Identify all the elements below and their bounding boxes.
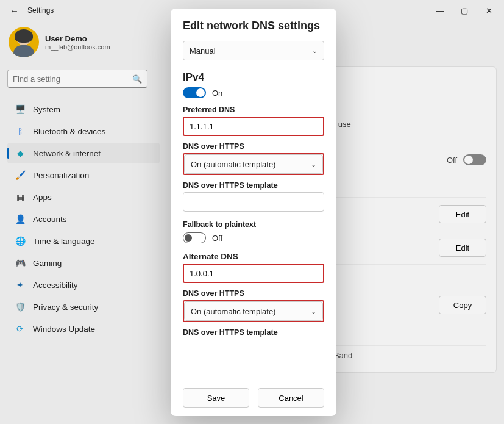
fallback-toggle[interactable]: [183, 232, 206, 243]
ipv4-toggle[interactable]: [183, 87, 206, 98]
chevron-down-icon: ⌄: [311, 160, 316, 168]
label: Fallback to plaintext: [183, 220, 324, 229]
chevron-down-icon: ⌄: [311, 307, 316, 315]
toggle-label: Off: [212, 234, 222, 243]
select-value: Manual: [190, 46, 216, 56]
doh-template-input[interactable]: [183, 192, 324, 212]
doh-select[interactable]: On (automatic template) ⌄: [184, 154, 323, 174]
toggle-label: On: [212, 88, 222, 98]
select-value: On (automatic template): [191, 160, 275, 169]
label: DNS over HTTPS template: [183, 181, 324, 190]
label: DNS over HTTPS template: [183, 328, 324, 337]
cancel-button[interactable]: Cancel: [258, 388, 324, 408]
label: Preferred DNS: [183, 106, 324, 114]
label: DNS over HTTPS: [183, 142, 324, 151]
alternate-dns-input[interactable]: [183, 264, 324, 283]
ipv4-heading: IPv4: [183, 71, 324, 84]
save-button[interactable]: Save: [183, 388, 249, 408]
chevron-down-icon: ⌄: [312, 47, 318, 55]
label: Alternate DNS: [183, 252, 324, 261]
preferred-dns-input[interactable]: [183, 117, 324, 136]
label: DNS over HTTPS: [183, 289, 324, 298]
dns-modal: Edit network DNS settings Manual ⌄ IPv4 …: [171, 9, 336, 416]
doh2-select[interactable]: On (automatic template) ⌄: [184, 301, 323, 321]
modal-title: Edit network DNS settings: [183, 20, 324, 32]
select-value: On (automatic template): [191, 307, 275, 316]
mode-select[interactable]: Manual ⌄: [183, 41, 324, 60]
